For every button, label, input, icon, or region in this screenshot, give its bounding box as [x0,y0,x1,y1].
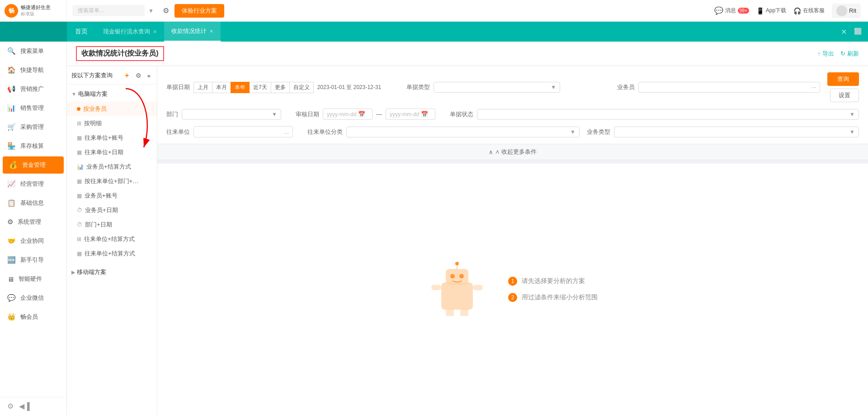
bill-type-select[interactable]: ▼ [434,82,560,93]
review-date-start[interactable]: yyyy-mm-dd 📅 [323,108,373,120]
top-gear-icon[interactable]: ⚙ [159,6,173,15]
refresh-btn[interactable]: ↻ 刷新 [840,50,859,58]
bill-status-group: 单据状态 ▼ [450,109,859,120]
tip-2: 2 用过滤条件来缩小分析范围 [508,293,598,302]
empty-robot-illustration [428,260,486,319]
dept-date-icon: ⏱ [77,222,82,228]
sidebar-item-system[interactable]: ⚙ 系统管理 [0,212,66,231]
avatar [836,5,847,16]
sidebar-item-inventory[interactable]: 🏪 库存核算 [0,137,66,156]
date-tab-more[interactable]: 更多 [271,82,290,93]
tree-item-salesman-settle[interactable]: 📊 业务员+结算方式 [67,160,157,174]
tree-item-partner-settle1[interactable]: ⊞ 往来单位+结算方式 [67,232,157,246]
sidebar-item-wechat[interactable]: 💬 企业微信 [0,288,66,307]
tree-item-dept-date[interactable]: ⏱ 部门+日期 [67,217,157,232]
salesman-select[interactable]: ··· [638,82,820,93]
filter-row-1: 单据日期 上月 本月 本年 近7天 更多 自定义 2023-01-01 至 20… [166,72,859,102]
date-tab-7days[interactable]: 近7天 [249,82,271,93]
date-tab-last-month[interactable]: 上月 [193,82,212,93]
right-content: 单据日期 上月 本月 本年 近7天 更多 自定义 2023-01-01 至 20… [157,66,868,415]
sidebar-item-basic[interactable]: 📋 基础信息 [0,193,66,212]
review-date-end[interactable]: yyyy-mm-dd 📅 [386,108,435,120]
review-date-group: 审核日期 yyyy-mm-dd 📅 — yyyy-mm-dd 📅 [296,108,435,120]
sidebar-item-purchase[interactable]: 🛒 采购管理 [0,118,66,137]
review-end-placeholder: yyyy-mm-dd [390,111,419,118]
sidebar-item-quicknav[interactable]: 🏠 快捷导航 [0,61,66,80]
panel-gear-btn[interactable]: ⚙ [134,71,144,80]
bill-type-label: 单据类型 [406,83,430,91]
nav-tab-home[interactable]: 首页 [67,22,96,42]
trial-button[interactable]: 体验行业方案 [175,4,224,18]
tree-item-by-detail[interactable]: ⊞ 按明细 [67,116,157,131]
bank-tab-close[interactable]: ✕ [153,29,157,35]
business-type-select[interactable]: ▼ [614,127,859,137]
sidebar-item-enterprise[interactable]: 🤝 企业协同 [0,231,66,250]
nav-tabs: 首页 现金银行流水查询 ✕ 收款情况统计 ✕ [67,22,221,42]
collapse-label: ∧ 收起更多条件 [495,148,537,156]
partner-category-arrow: ▼ [570,129,576,135]
svg-point-10 [455,262,459,265]
business-type-label: 业务类型 [587,128,610,136]
svg-rect-7 [446,309,454,316]
online-service-item[interactable]: 🎧 在线客服 [793,7,825,14]
app-download-item[interactable]: 📱 App下载 [756,7,786,14]
messages-label: 消息 [725,7,736,14]
sidebar-item-sales[interactable]: 📊 销售管理 [0,99,66,118]
tree-item-by-salesman[interactable]: 按业务员 [67,102,157,116]
tree-item-salesman-date[interactable]: ⏱ 业务员+日期 [67,203,157,217]
filter-row-3: 往来单位 ... 往来单位分类 ▼ [166,126,859,137]
member-icon: 👑 [7,313,16,321]
export-icon: ↑ [818,50,821,57]
date-tab-this-month[interactable]: 本月 [212,82,231,93]
search-icon: 🔍 [7,47,16,55]
sidebar-item-hardware[interactable]: 🖥 智能硬件 [0,269,66,288]
bill-status-select[interactable]: ▼ [477,109,859,120]
settings-bottom-icon[interactable]: ⚙ [7,402,14,410]
sidebar-item-operations[interactable]: 📈 经营管理 [0,174,66,193]
sidebar-item-finance[interactable]: 💰 资金管理 [3,156,64,174]
logo-area: 畅 畅捷通好生意 标准版 [0,0,67,21]
collapse-sidebar-icon[interactable]: ◀▐ [19,402,29,410]
panel-collapse-btn[interactable]: « [146,71,152,80]
page-actions: ↑ 导出 ↻ 刷新 [818,50,859,58]
top-breadcrumb: 搜索菜单... [72,5,145,16]
window-controls: ✕ ⬜ [838,28,868,36]
bill-type-group: 单据类型 ▼ [406,82,609,93]
setting-button[interactable]: 设置 [830,89,859,102]
sidebar-item-member[interactable]: 👑 畅会员 [0,307,66,326]
top-search-area: 搜索菜单... ▼ [67,5,159,16]
date-tab-this-year[interactable]: 本年 [231,82,250,93]
partner-category-select[interactable]: ▼ [346,127,580,137]
bill-status-label: 单据状态 [450,110,473,118]
messages-item[interactable]: 💬 消息 99+ [714,6,749,15]
win-max-btn[interactable]: ⬜ [851,28,864,36]
dept-select[interactable]: ▼ [182,109,281,120]
win-close-btn[interactable]: ✕ [838,28,849,36]
collapse-filter-bar[interactable]: ∧ ∧ 收起更多条件 [157,144,868,160]
tree-item-partner-dept[interactable]: ▦ 按往来单位+部门+收... [67,174,157,189]
tree-item-partner-date[interactable]: ▦ 往来单位+日期 [67,145,157,160]
tree-item-partner-account[interactable]: ▦ 往来单位+账号 [67,131,157,145]
calendar-icon-start: 📅 [358,111,365,118]
query-button[interactable]: 查询 [827,72,859,86]
nav-tab-receipt[interactable]: 收款情况统计 ✕ [164,22,221,42]
refresh-icon: ↻ [840,50,845,57]
sidebar-item-guide[interactable]: 🆕 新手引导 [0,250,66,269]
mobile-group-header[interactable]: ▶ 移动端方案 [67,264,157,280]
sidebar-item-search[interactable]: 🔍 搜索菜单 [0,42,66,61]
export-btn[interactable]: ↑ 导出 [818,50,835,58]
receipt-tab-close[interactable]: ✕ [209,28,213,34]
tree-item-partner-settle2[interactable]: ▦ 往来单位+结算方式 [67,246,157,261]
date-dash: — [376,111,382,118]
tree-item-salesman-account[interactable]: ▦ 业务员+账号 [67,189,157,203]
partner-select[interactable]: ... [193,126,293,137]
enterprise-icon: 🤝 [7,237,16,245]
user-avatar-area[interactable]: Rit [832,4,861,18]
nav-tab-bank[interactable]: 现金银行流水查询 ✕ [96,22,164,42]
review-date-label: 审核日期 [296,110,319,118]
add-scheme-btn[interactable]: + [122,71,132,80]
date-tab-custom[interactable]: 自定义 [289,82,314,93]
svg-rect-8 [460,309,468,316]
pc-group-header[interactable]: ▼ 电脑端方案 [67,86,157,102]
sidebar-item-marketing[interactable]: 📢 营销推广 [0,80,66,99]
